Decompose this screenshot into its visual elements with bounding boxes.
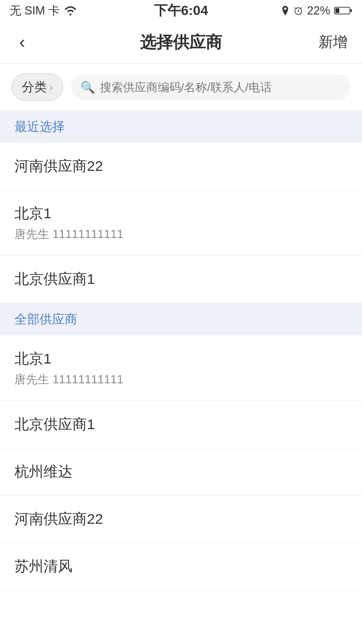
category-label: 分类 [22, 79, 47, 96]
status-left: 无 SIM 卡 [10, 3, 77, 18]
status-right: 22% [281, 4, 352, 17]
item-name: 北京1 [14, 349, 348, 369]
status-time: 下午6:04 [154, 1, 208, 20]
item-sub: 唐先生 11111111111 [14, 226, 348, 242]
svg-rect-2 [350, 9, 352, 12]
item-name: 北京供应商1 [14, 269, 348, 289]
search-icon: 🔍 [81, 81, 95, 94]
nav-title: 选择供应商 [140, 31, 222, 54]
search-input[interactable] [100, 81, 341, 94]
sim-label: 无 SIM 卡 [10, 3, 60, 18]
item-name: 北京供应商1 [14, 415, 348, 434]
wifi-icon [64, 6, 77, 15]
recent-section-label: 最近选择 [14, 119, 65, 134]
recent-section-header: 最近选择 [0, 111, 362, 143]
list-item[interactable]: 杭州维达 [0, 448, 362, 496]
battery-icon [334, 6, 352, 15]
search-bar: 分类 › 🔍 [0, 64, 362, 111]
nav-bar: ‹ 选择供应商 新增 [0, 21, 362, 64]
status-bar: 无 SIM 卡 下午6:04 22% [0, 0, 362, 21]
item-name: 河南供应商22 [14, 156, 348, 176]
add-button[interactable]: 新增 [319, 32, 348, 52]
list-item[interactable]: 北京供应商1 [0, 401, 362, 448]
battery-label: 22% [307, 4, 330, 17]
recent-list: 河南供应商22北京1唐先生 11111111111北京供应商1 [0, 143, 362, 303]
back-button[interactable]: ‹ [14, 28, 30, 57]
list-item[interactable]: 北京供应商1 [0, 256, 362, 303]
category-button[interactable]: 分类 › [12, 73, 63, 101]
item-name: 杭州维达 [14, 462, 348, 482]
svg-rect-3 [335, 8, 339, 13]
list-item[interactable]: 河南供应商22 [0, 143, 362, 190]
all-list: 北京1唐先生 11111111111北京供应商1杭州维达河南供应商22苏州清风 [0, 336, 362, 590]
item-name: 苏州清风 [14, 557, 348, 576]
chevron-right-icon: › [50, 82, 53, 93]
location-icon [281, 6, 290, 15]
item-sub: 唐先生 11111111111 [14, 372, 348, 387]
list-item[interactable]: 苏州清风 [0, 543, 362, 590]
alarm-icon [293, 6, 303, 15]
all-section-header: 全部供应商 [0, 303, 362, 336]
list-item[interactable]: 北京1唐先生 11111111111 [0, 336, 362, 401]
list-item[interactable]: 北京1唐先生 11111111111 [0, 190, 362, 256]
item-name: 北京1 [14, 204, 348, 224]
item-name: 河南供应商22 [14, 509, 348, 529]
search-input-wrap: 🔍 [71, 75, 350, 100]
all-section-label: 全部供应商 [14, 312, 77, 326]
list-item[interactable]: 河南供应商22 [0, 496, 362, 543]
